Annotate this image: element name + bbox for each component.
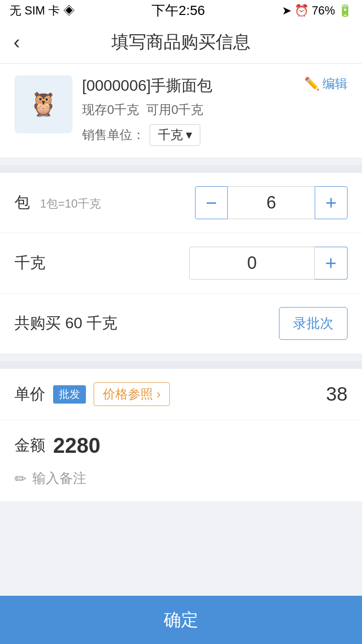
qianke-qty-control: +	[189, 247, 348, 280]
summary-section: 共购买 60 千克 录批次	[0, 294, 362, 353]
amount-section: 金额 2280 ✏ 输入备注	[0, 420, 362, 501]
unit-chevron-icon: ▾	[186, 127, 192, 142]
amount-row: 金额 2280	[14, 434, 348, 458]
batch-button[interactable]: 录批次	[279, 307, 348, 340]
summary-text: 共购买 60 千克	[14, 313, 117, 334]
note-placeholder: 输入备注	[32, 469, 86, 488]
bao-hint: 1包=10千克	[40, 197, 101, 210]
bao-label: 包 1包=10千克	[14, 192, 195, 213]
status-time: 下午2:56	[152, 1, 205, 20]
price-section: 单价 批发 价格参照 › 38	[0, 369, 362, 420]
pencil-icon: ✏	[14, 470, 27, 487]
confirm-button[interactable]: 确定	[0, 596, 362, 644]
amount-value: 2280	[53, 434, 100, 458]
battery-icon: 🔋	[338, 4, 352, 17]
product-image: 🦉	[14, 75, 72, 133]
price-left: 单价 批发 价格参照 ›	[14, 382, 170, 406]
status-left: 无 SIM 卡 ◈	[10, 3, 75, 18]
product-stock: 现存0千克 可用0千克	[82, 101, 348, 118]
product-logo-icon: 🦉	[29, 91, 58, 118]
input-section: 包 1包=10千克 − + 千克 +	[0, 173, 362, 294]
status-right: ➤ ⏰ 76% 🔋	[282, 4, 352, 17]
edit-icon: ✏️	[304, 76, 320, 91]
product-unit: 销售单位： 千克 ▾	[82, 124, 348, 146]
qianke-input[interactable]	[189, 247, 315, 280]
qianke-increment-button[interactable]: +	[315, 247, 348, 280]
bao-increment-button[interactable]: +	[315, 186, 348, 219]
product-card: 🦉 [0000006]手撕面包 现存0千克 可用0千克 销售单位： 千克 ▾ ✏…	[0, 64, 362, 157]
amount-label: 金额	[14, 435, 45, 456]
unit-select[interactable]: 千克 ▾	[150, 124, 200, 146]
price-reference-button[interactable]: 价格参照 ›	[94, 382, 170, 406]
page-title: 填写商品购买信息	[111, 30, 251, 54]
qianke-row: 千克 +	[0, 233, 362, 294]
divider-2	[0, 361, 362, 369]
price-value: 38	[326, 383, 348, 405]
nav-bar: ‹ 填写商品购买信息	[0, 21, 362, 64]
location-icon: ➤	[282, 4, 292, 17]
divider-1	[0, 165, 362, 173]
no-sim-text: 无 SIM 卡 ◈	[10, 3, 75, 18]
back-button[interactable]: ‹	[14, 31, 20, 53]
pifa-tag: 批发	[53, 385, 86, 404]
edit-button[interactable]: ✏️ 编辑	[304, 75, 348, 92]
alarm-icon: ⏰	[294, 4, 309, 17]
battery-text: 76%	[312, 4, 335, 17]
bao-decrement-button[interactable]: −	[195, 186, 228, 219]
price-label: 单价	[14, 384, 45, 405]
qianke-label: 千克	[14, 252, 189, 274]
note-row[interactable]: ✏ 输入备注	[14, 469, 348, 488]
bao-qty-control: − +	[195, 186, 348, 219]
bao-input[interactable]	[228, 186, 315, 219]
status-bar: 无 SIM 卡 ◈ 下午2:56 ➤ ⏰ 76% 🔋	[0, 0, 362, 21]
bao-row: 包 1包=10千克 − +	[0, 173, 362, 233]
